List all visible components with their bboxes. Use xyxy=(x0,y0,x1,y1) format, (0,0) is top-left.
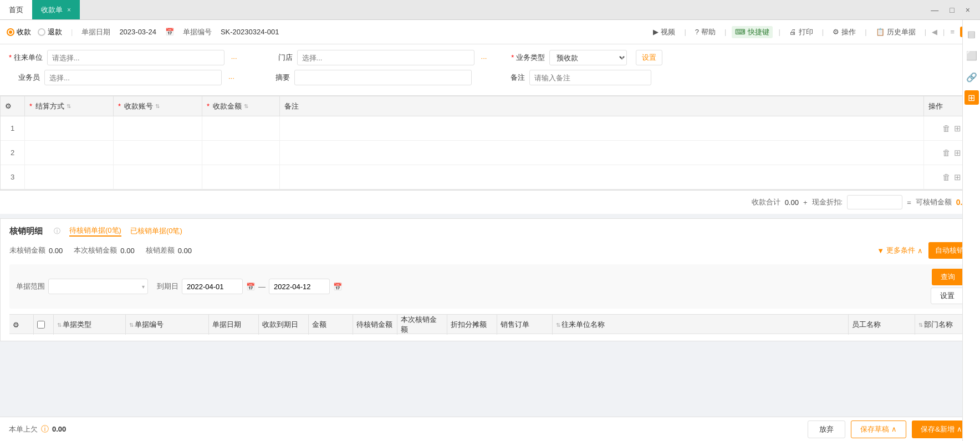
partner-more-icon[interactable]: ··· xyxy=(229,54,239,62)
print-button[interactable]: 🖨 打印 xyxy=(786,26,816,38)
row-3-delete-icon[interactable]: 🗑 xyxy=(942,172,951,182)
sort-icon-partner[interactable]: ⇅ xyxy=(556,322,560,328)
row-2-delete-icon[interactable]: 🗑 xyxy=(942,148,951,157)
shop-input[interactable] xyxy=(297,50,474,65)
number-label: 单据编号 xyxy=(183,27,212,37)
verify-completed-tab[interactable]: 已核销单据(0笔) xyxy=(130,226,182,236)
row-1-amount[interactable] xyxy=(202,116,280,140)
date-to-input[interactable] xyxy=(269,279,330,294)
shop-more-icon[interactable]: ··· xyxy=(479,54,489,62)
total-label: 收款合计 xyxy=(752,197,780,207)
help-button[interactable]: ? 帮助 xyxy=(692,26,719,38)
tab-receipt[interactable]: 收款单 × xyxy=(32,0,80,19)
row-1-delete-icon[interactable]: 🗑 xyxy=(942,124,951,133)
receipt-refund-radio: 收款 退款 xyxy=(7,27,62,37)
row-1-account[interactable] xyxy=(114,116,202,140)
footer-info-icon[interactable]: ⓘ xyxy=(41,424,49,434)
tab-home[interactable]: 首页 xyxy=(0,0,32,19)
amount-sort-icon[interactable]: ⇅ xyxy=(244,103,248,109)
video-label: 视频 xyxy=(661,27,675,37)
minimize-button[interactable]: — xyxy=(927,4,942,16)
sort-icon-docnum[interactable]: ⇅ xyxy=(129,322,134,328)
row-3-copy-icon[interactable]: ⊞ xyxy=(954,172,961,182)
partner-input[interactable] xyxy=(47,50,224,65)
date-to-calendar-icon[interactable]: 📅 xyxy=(333,283,342,291)
history-label: 历史单据 xyxy=(887,27,916,37)
footer: 本单上欠 ⓘ 0.00 放弃 保存草稿 ∧ 保存&新增 ∧ xyxy=(0,417,980,441)
settlement-sort-icon[interactable]: ⇅ xyxy=(67,103,71,109)
account-col-header: * 收款账号 ⇅ xyxy=(114,96,202,116)
number-value[interactable]: SK-20230324-001 xyxy=(221,28,279,36)
config-col-header[interactable]: ⚙ xyxy=(1,96,25,116)
row-2-settlement[interactable] xyxy=(25,141,114,165)
more-conditions-button[interactable]: ▼ 更多条件 ∧ xyxy=(877,245,923,255)
verify-settings-button[interactable]: 设置 xyxy=(931,288,964,304)
unchecked-amount-item: 未核销金额 0.00 xyxy=(9,245,63,255)
right-panel-icon-4[interactable]: ⊞ xyxy=(964,90,979,105)
salesman-more-icon[interactable]: ··· xyxy=(226,74,237,82)
row-2-account[interactable] xyxy=(114,141,202,165)
notes-input[interactable] xyxy=(529,70,651,85)
receipt-table: ⚙ * 结算方式 ⇅ * 收款账号 ⇅ * 收款金额 ⇅ 备注 操作 xyxy=(0,96,980,190)
settings-button[interactable]: 设置 xyxy=(636,50,662,65)
sort-icon-doctype[interactable]: ⇅ xyxy=(57,322,62,328)
verify-info-icon[interactable]: ⓘ xyxy=(54,227,60,236)
available-label: 可核销金额 xyxy=(916,197,952,207)
operation-button[interactable]: ⚙ 操作 xyxy=(829,26,859,38)
account-sort-icon[interactable]: ⇅ xyxy=(155,103,160,109)
checkbox-cell xyxy=(37,321,45,329)
range-select[interactable] xyxy=(48,279,148,294)
more-conditions-label: 更多条件 xyxy=(886,245,915,255)
prev-icon[interactable]: ◀ xyxy=(932,28,937,36)
biz-type-select[interactable]: 预收款 xyxy=(549,50,627,65)
abandon-button[interactable]: 放弃 xyxy=(808,421,845,438)
config-col[interactable]: ⚙ xyxy=(9,315,34,335)
discount-input[interactable] xyxy=(847,195,902,209)
maximize-button[interactable]: □ xyxy=(946,4,957,16)
verify-section: 核销明细 ⓘ 待核销单据(0笔) 已核销单据(0笔) 未核销金额 0.00 本次… xyxy=(0,218,980,341)
video-button[interactable]: ▶ 视频 xyxy=(650,26,678,38)
partner-name-label: 往来单位名称 xyxy=(562,320,605,330)
doc-type-label: 单据类型 xyxy=(63,320,91,330)
query-button[interactable]: 查询 xyxy=(932,269,964,285)
main-scroll-area: 往来单位 ··· 门店 ··· 业务类型 预收款 ▾ 设置 业务员 ··· 摘要 xyxy=(0,44,980,417)
radio-refund[interactable]: 退款 xyxy=(38,27,62,37)
right-panel-icon-1[interactable]: ▤ xyxy=(964,25,979,43)
shortcut-button[interactable]: ⌨ 快捷键 xyxy=(732,26,773,38)
filter-icon: ▼ xyxy=(877,247,884,255)
date-value[interactable]: 2023-03-24 xyxy=(119,28,156,36)
date-from-calendar-icon[interactable]: 📅 xyxy=(246,283,255,291)
verify-header: 核销明细 ⓘ 待核销单据(0笔) 已核销单据(0笔) xyxy=(9,225,971,237)
right-panel-icon-2[interactable]: ⬜ xyxy=(963,47,981,64)
verify-pending-tab[interactable]: 待核销单据(0笔) xyxy=(69,225,121,237)
row-3-remark[interactable] xyxy=(280,165,924,189)
row-1-copy-icon[interactable]: ⊞ xyxy=(954,124,961,134)
sort-icon-dept[interactable]: ⇅ xyxy=(918,322,923,328)
dept-label: 部门名称 xyxy=(924,320,953,330)
footer-buttons: 放弃 保存草稿 ∧ 保存&新增 ∧ xyxy=(808,421,971,438)
row-3-amount[interactable] xyxy=(202,165,280,189)
row-3-settlement[interactable] xyxy=(25,165,114,189)
tab-close-icon[interactable]: × xyxy=(67,6,71,14)
doc-date-col: 单据日期 xyxy=(209,315,259,335)
save-draft-button[interactable]: 保存草稿 ∧ xyxy=(851,421,906,438)
radio-receipt-dot xyxy=(7,28,14,36)
row-2-amount[interactable] xyxy=(202,141,280,165)
calendar-icon[interactable]: 📅 xyxy=(165,28,174,36)
employee-label: 员工名称 xyxy=(852,320,881,330)
row-2-remark[interactable] xyxy=(280,141,924,165)
right-panel-icon-3[interactable]: 🔗 xyxy=(963,69,981,86)
select-all-checkbox[interactable] xyxy=(37,321,45,329)
radio-receipt[interactable]: 收款 xyxy=(7,27,31,37)
date-from-input[interactable] xyxy=(182,279,243,294)
list-view-icon[interactable]: ≡ xyxy=(950,28,955,36)
history-button[interactable]: 📋 历史单据 xyxy=(872,26,919,38)
row-1-settlement[interactable] xyxy=(25,116,114,140)
salesman-input[interactable] xyxy=(44,70,222,85)
close-button[interactable]: × xyxy=(962,4,973,16)
summary-input[interactable] xyxy=(294,70,472,85)
row-3-num: 3 xyxy=(1,165,25,189)
row-3-account[interactable] xyxy=(114,165,202,189)
row-2-copy-icon[interactable]: ⊞ xyxy=(954,148,961,158)
row-1-remark[interactable] xyxy=(280,116,924,140)
